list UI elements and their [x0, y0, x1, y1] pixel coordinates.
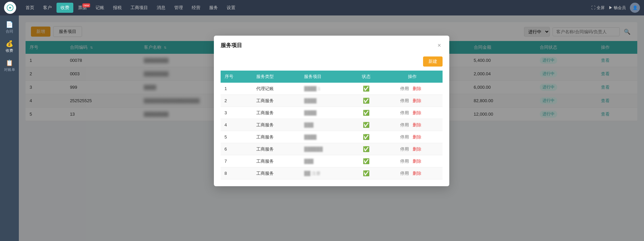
logo: [4, 2, 16, 14]
nav-items: 首页 客户 收费 票据 new 记账 报税 工商项目 消息 管理 经营 服务 设…: [22, 3, 591, 13]
nav-operation[interactable]: 经营: [188, 3, 204, 13]
status-check-icon: ✅: [363, 98, 370, 104]
nav-settings[interactable]: 设置: [223, 3, 239, 13]
nav-ticket[interactable]: 票据 new: [74, 3, 91, 13]
mth-project: 服务项目: [300, 71, 350, 83]
modal-toolbar: 新建: [221, 56, 443, 67]
modal-table-row: 2 工商服务 ████ ✅ 停用 删除: [221, 95, 443, 107]
modal-title: 服务项目: [221, 42, 242, 49]
status-check-icon: ✅: [363, 110, 370, 116]
status-check-icon: ✅: [363, 122, 370, 128]
nav-service[interactable]: 服务: [205, 3, 222, 13]
modal-new-button[interactable]: 新建: [423, 56, 443, 67]
delete-link[interactable]: 删除: [413, 98, 421, 103]
status-check-icon: ✅: [363, 86, 370, 91]
delete-link[interactable]: 删除: [413, 86, 421, 91]
disable-link[interactable]: 停用: [400, 122, 409, 127]
modal-close-button[interactable]: ×: [436, 41, 443, 50]
contract-icon: 📄: [6, 22, 13, 28]
disable-link[interactable]: 停用: [400, 98, 409, 103]
service-items-modal: 服务项目 × 新建 序号 服务类型 服务项目 状态 操作: [214, 36, 449, 128]
nav-bookkeep[interactable]: 记账: [91, 3, 108, 13]
avatar[interactable]: 👤: [630, 3, 640, 13]
modal-table-row: 1 代理记账 ████ 1 ✅ 停用 删除: [221, 83, 443, 95]
nav-fee[interactable]: 收费: [56, 3, 73, 13]
fee-icon: 💰: [6, 41, 13, 47]
modal-table-row: 3 工商服务 ████ ✅ 停用 删除: [221, 107, 443, 119]
top-nav: 首页 客户 收费 票据 new 记账 报税 工商项目 消息 管理 经营 服务 设…: [0, 0, 644, 15]
modal-body: 新建 序号 服务类型 服务项目 状态 操作 1 代理记账 █: [214, 52, 449, 128]
delete-link[interactable]: 删除: [413, 110, 421, 115]
mth-op: 操作: [382, 71, 443, 83]
nav-right: ⛶ 全屏 ▶ 畅会员 👤: [591, 3, 640, 13]
nav-home[interactable]: 首页: [22, 3, 38, 13]
mth-status: 状态: [350, 71, 382, 83]
mth-type: 服务类型: [252, 71, 300, 83]
sidebar-item-fee[interactable]: 💰 收费: [0, 37, 19, 56]
disable-link[interactable]: 停用: [400, 86, 409, 91]
nav-business[interactable]: 工商项目: [126, 3, 152, 13]
member-btn[interactable]: ▶ 畅会员: [609, 5, 626, 11]
new-badge: new: [82, 3, 90, 7]
nav-manage[interactable]: 管理: [170, 3, 187, 13]
fullscreen-btn[interactable]: ⛶ 全屏: [591, 5, 604, 11]
disable-link[interactable]: 停用: [400, 110, 409, 115]
modal-overlay[interactable]: 服务项目 × 新建 序号 服务类型 服务项目 状态 操作: [19, 15, 644, 128]
nav-tax[interactable]: 报税: [109, 3, 126, 13]
delete-link[interactable]: 删除: [413, 122, 421, 127]
mth-seq: 序号: [221, 71, 252, 83]
modal-table-row: 4 工商服务 ███ ✅ 停用 删除: [221, 119, 443, 128]
nav-message[interactable]: 消息: [153, 3, 169, 13]
sidebar-item-reconcile[interactable]: 📋 对账单: [0, 56, 19, 76]
left-sidebar: 📄 合同 💰 收费 📋 对账单: [0, 15, 19, 128]
sidebar-item-contract[interactable]: 📄 合同: [0, 18, 19, 37]
modal-header: 服务项目 ×: [214, 36, 449, 52]
reconcile-icon: 📋: [6, 60, 13, 66]
nav-customer[interactable]: 客户: [39, 3, 56, 13]
service-items-table: 序号 服务类型 服务项目 状态 操作 1 代理记账 ████ 1 ✅ 停用: [221, 71, 443, 128]
